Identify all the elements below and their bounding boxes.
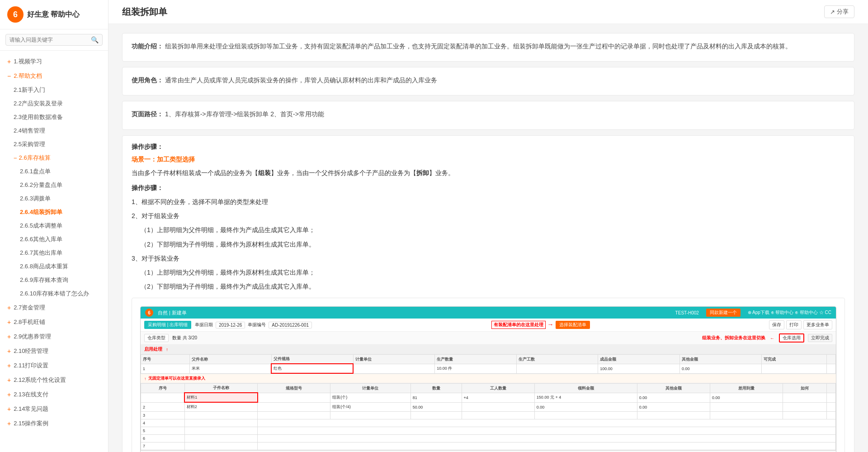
sub-cell-name <box>184 435 257 442</box>
sub-cell-rest <box>258 419 836 427</box>
sidebar-item-inventory[interactable]: − 2.6库存核算 <box>0 151 108 165</box>
sidebar-item-cost-calc[interactable]: 2.6.8商品成本重算 <box>0 260 108 273</box>
sidebar-sub-label: 2.6.1盘点单 <box>20 167 51 176</box>
btn-more[interactable]: 更多业务单 <box>803 320 832 329</box>
sub-cell-seq: 5 <box>141 427 185 435</box>
table-row: 7 <box>141 442 836 450</box>
sidebar-item-partial-count[interactable]: 2.6.2分量盘点单 <box>0 178 108 192</box>
app-titlebar: 6 自然 | 新建单 TEST-H002 同款新建一个 ⊕ App下载 ⊕ 帮助… <box>141 307 836 319</box>
sidebar-item-label: 1.视频学习 <box>14 57 42 66</box>
toolbar-left: 采购明细 | 出库明细 <box>144 321 191 329</box>
logo-area: 6 好生意 帮助中心 <box>0 0 108 29</box>
sidebar-item-ledger-error[interactable]: 2.6.10库存账本错了怎么办 <box>0 287 108 300</box>
sub-cell-extra <box>827 393 836 402</box>
main-area: 组装拆卸单 ↗ 分享 功能介绍： 组装拆卸单用来处理企业组装或拆卸等加工业务，支… <box>108 0 868 452</box>
sub-cell-qty: 81 <box>410 393 462 402</box>
btn-order-type[interactable]: 采购明细 | 出库明细 <box>144 321 191 329</box>
sub-col-action: 如何 <box>783 384 827 393</box>
sub-cell-pickup: 0.00 <box>534 402 637 412</box>
btn-select-config[interactable]: 选择装配清单 <box>556 321 590 329</box>
sidebar-item-finance[interactable]: + 2.7资金管理 <box>0 300 108 315</box>
col-action <box>827 355 836 364</box>
sidebar-item-assembly[interactable]: 2.6.4组装拆卸单 <box>0 205 108 219</box>
page-title: 组装拆卸单 <box>122 6 167 18</box>
field-date-value[interactable]: 2019-12-26 <box>216 322 245 328</box>
sub-cell-other: 0.00 <box>637 402 710 412</box>
sidebar-item-coupon[interactable]: + 2.9优惠券管理 <box>0 329 108 344</box>
col-other-amt: 其他金额 <box>679 355 761 364</box>
sidebar-item-mobile[interactable]: + 2.8手机旺铺 <box>0 315 108 329</box>
sidebar-item-new-user[interactable]: 2.1新手入门 <box>0 83 108 97</box>
col-prod-amt: 成品金额 <box>598 355 680 364</box>
sidebar-item-video[interactable]: + 1.视频学习 <box>0 54 108 69</box>
cell-parent-spec[interactable]: 红色 <box>271 364 353 373</box>
sidebar-item-other-in[interactable]: 2.6.6其他入库单 <box>0 233 108 246</box>
sidebar-item-cost-adjust[interactable]: 2.6.5成本调整单 <box>0 219 108 233</box>
sub-cell-workers <box>462 412 534 419</box>
btn-apply[interactable]: 立即完成 <box>808 334 832 342</box>
sidebar-item-label: 2.帮助文档 <box>14 72 42 80</box>
sidebar-item-data-prep[interactable]: 2.3使用前数据准备 <box>0 110 108 124</box>
sub-table-area: 序号 子件名称 规格型号 计量单位 数量 工人数量 领料金额 其他金额 差用到量 <box>141 383 836 450</box>
scene1-title: 场景一：加工类型选择 <box>132 156 845 164</box>
role-intro-text: 使用角色： 通常由生产人员或库管人员完成拆装业务的操作，库管人员确认原材料的出库… <box>132 75 845 86</box>
col-seq: 序号 <box>141 355 190 364</box>
sidebar-item-print[interactable]: + 2.11打印设置 <box>0 358 108 373</box>
arrow-enable: ↑ <box>166 347 168 352</box>
sidebar-item-count[interactable]: 2.6.1盘点单 <box>0 165 108 178</box>
sidebar-item-other-out[interactable]: 2.6.7其他出库单 <box>0 246 108 260</box>
expand-icon: + <box>7 362 11 369</box>
share-button[interactable]: ↗ 分享 <box>824 5 854 18</box>
sidebar-item-custom[interactable]: + 2.12系统个性化设置 <box>0 373 108 387</box>
sidebar-item-operations[interactable]: + 2.10经营管理 <box>0 344 108 358</box>
sub-cell-seq: 2 <box>141 402 185 412</box>
sidebar-item-label: 2.14常见问题 <box>14 405 48 413</box>
sidebar-item-docs[interactable]: − 2.帮助文档 <box>0 69 108 83</box>
step3-title: 3、对于拆装业务 <box>132 253 845 264</box>
field-code-value[interactable]: AD-20191226-001 <box>269 322 312 328</box>
sidebar-item-cases[interactable]: + 2.15操作案例 <box>0 416 108 431</box>
sub-cell-workers: +4 <box>462 393 534 402</box>
sidebar-sub-label: 2.6.10库存账本错了怎么办 <box>20 290 89 298</box>
table-row: 材料1 组装(个) 81 +4 150.00 元 + 4 0.00 0.00 <box>141 393 836 402</box>
sidebar-item-transfer[interactable]: 2.6.3调拨单 <box>0 192 108 205</box>
sidebar-item-faq[interactable]: + 2.14常见问题 <box>0 402 108 416</box>
expand-icon: + <box>7 420 11 427</box>
sub-col-extra <box>827 384 836 393</box>
btn-type-selector[interactable]: 仓库类型 <box>144 334 169 342</box>
toolbar-fields: 单据日期 2019-12-26 单据编号 AD-20191226-001 <box>195 322 312 328</box>
cell-row-action <box>827 364 836 373</box>
annotation-type-text: 组装业务、拆卸业务在这里切换 <box>702 335 765 341</box>
titlebar-status-btn[interactable]: 同款新建一个 <box>706 309 741 317</box>
search-box[interactable]: 🔍 <box>5 34 103 46</box>
app-toolbar: 采购明细 | 出库明细 单据日期 2019-12-26 单据编号 AD-2019… <box>141 319 836 332</box>
role-intro-card: 使用角色： 通常由生产人员或库管人员完成拆装业务的操作，库管人员确认原材料的出库… <box>122 67 854 95</box>
sidebar-item-install[interactable]: 2.2产品安装及登录 <box>0 97 108 110</box>
sidebar-item-purchase[interactable]: 2.5采购管理 <box>0 138 108 151</box>
field-warehouse[interactable]: 仓库选用 <box>779 333 804 343</box>
main-table-area: 序号 父件名称 父件规格 计量单位 生产数量 生产工数 成品金额 其他金额 可完… <box>141 354 836 374</box>
annotation-enable-row: 启用处理 ↑ <box>141 345 836 354</box>
btn-save[interactable]: 保存 <box>769 320 784 329</box>
titlebar-app-icon: ⊕ App下载 ⊕ 帮助中心 ⊕ 帮助中心 ☆ CC <box>748 309 831 316</box>
cell-can-complete <box>761 364 827 373</box>
sub-cell-unit <box>330 412 410 419</box>
search-input[interactable] <box>9 37 91 43</box>
col-prod-workers: 生产工数 <box>516 355 598 364</box>
sidebar-item-ledger-query[interactable]: 2.6.9库存账本查询 <box>0 273 108 287</box>
sidebar-sub-label: 2.6.5成本调整单 <box>20 222 62 230</box>
table-row: 4 <box>141 419 836 427</box>
screenshot-wrapper: 6 自然 | 新建单 TEST-H002 同款新建一个 ⊕ App下载 ⊕ 帮助… <box>132 298 845 452</box>
expand-icon: + <box>7 58 11 65</box>
sub-col-qty: 数量 <box>410 384 462 393</box>
cell-unit <box>353 364 435 373</box>
sub-col-other-amt: 其他金额 <box>637 384 710 393</box>
function-intro-card: 功能介绍： 组装拆卸单用来处理企业组装或拆卸等加工业务，支持有固定装配清单的产品… <box>122 33 854 62</box>
sub-cell-action <box>783 412 827 419</box>
sidebar-sub-label: 2.2产品安装及登录 <box>14 100 63 108</box>
table-row: 3 <box>141 412 836 419</box>
sidebar-item-online-pay[interactable]: + 2.13在线支付 <box>0 387 108 402</box>
sub-cell-pickup <box>534 412 637 419</box>
btn-print[interactable]: 打印 <box>786 320 802 329</box>
sidebar-item-sales[interactable]: 2.4销售管理 <box>0 124 108 138</box>
